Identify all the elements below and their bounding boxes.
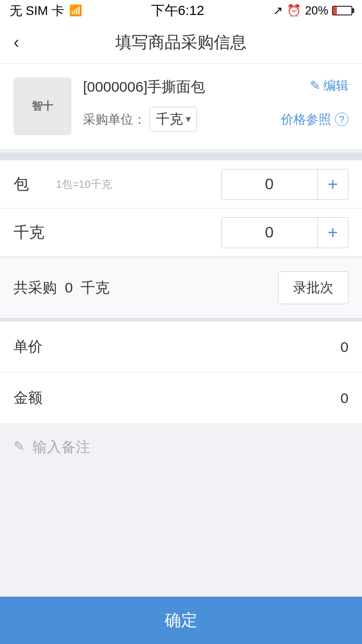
edit-icon: ✎ (310, 78, 320, 93)
confirm-button[interactable]: 确定 (0, 597, 362, 644)
unit-price-label: 单价 (14, 337, 42, 357)
total-row: 共采购 0 千克 录批次 (0, 258, 362, 318)
status-right: ↗ ⏰ 20% (273, 4, 352, 17)
edit-label: 编辑 (323, 77, 348, 94)
kg-quantity-input[interactable] (221, 217, 318, 248)
help-icon: ? (335, 112, 348, 126)
bag-sub-label: 1包=10千克 (56, 177, 112, 192)
product-image: 智十 (14, 77, 71, 135)
total-amount: 0 (65, 280, 73, 295)
product-name: [0000006]手撕面包 (83, 77, 205, 97)
battery-icon (332, 6, 352, 15)
product-header: [0000006]手撕面包 ✎ 编辑 (83, 77, 348, 97)
price-ref-label: 价格参照 (281, 111, 331, 128)
total-label-suffix: 千克 (81, 280, 110, 295)
edit-button[interactable]: ✎ 编辑 (310, 77, 348, 94)
unit-price-row: 单价 0 (0, 322, 362, 373)
kg-input-row: 千克 + (0, 209, 362, 257)
back-button[interactable]: ‹ (14, 32, 19, 53)
record-batch-button[interactable]: 录批次 (278, 271, 348, 304)
unit-value: 千克 (156, 110, 183, 128)
amount-value: 0 (340, 390, 348, 406)
bag-input-row: 包 1包=10千克 + (0, 160, 362, 209)
status-time: 下午6:12 (151, 1, 205, 20)
status-left: 无 SIM 卡 📶 (10, 2, 82, 19)
nav-bar: ‹ 填写商品采购信息 (0, 21, 362, 64)
notes-section[interactable]: ✎ 输入备注 (0, 424, 362, 511)
status-bar: 无 SIM 卡 📶 下午6:12 ↗ ⏰ 20% (0, 0, 362, 21)
battery-fill (333, 7, 337, 14)
section-divider-1 (0, 153, 362, 160)
bag-plus-button[interactable]: + (318, 169, 348, 200)
kg-input-right: + (221, 217, 348, 248)
battery-pct: 20% (305, 4, 328, 17)
product-unit-row: 采购单位： 千克 价格参照 ? (83, 107, 348, 132)
alarm-icon: ⏰ (287, 4, 301, 17)
bag-input-right: + (221, 169, 348, 200)
amount-label: 金额 (14, 388, 42, 408)
location-icon: ↗ (273, 4, 283, 17)
price-ref-button[interactable]: 价格参照 ? (281, 111, 348, 128)
price-section: 单价 0 金额 0 (0, 322, 362, 424)
unit-label: 采购单位： (83, 111, 146, 128)
carrier-text: 无 SIM 卡 (10, 2, 64, 19)
wifi-icon: 📶 (69, 4, 82, 17)
product-section: 智十 [0000006]手撕面包 ✎ 编辑 采购单位： 千克 价格参照 ? (0, 64, 362, 153)
total-section: 共采购 0 千克 录批次 (0, 257, 362, 322)
notes-placeholder: 输入备注 (32, 437, 90, 457)
kg-plus-button[interactable]: + (318, 217, 348, 248)
unit-select[interactable]: 千克 (150, 107, 197, 132)
total-label-prefix: 共采购 (14, 280, 57, 295)
unit-price-value: 0 (340, 339, 348, 355)
bag-quantity-input[interactable] (221, 169, 318, 200)
bag-label: 包 (14, 174, 52, 195)
amount-row: 金额 0 (0, 373, 362, 424)
input-section: 包 1包=10千克 + 千克 + (0, 160, 362, 257)
total-label: 共采购 0 千克 (14, 278, 110, 298)
product-info: [0000006]手撕面包 ✎ 编辑 采购单位： 千克 价格参照 ? (83, 77, 348, 132)
page-title: 填写商品采购信息 (115, 31, 247, 54)
kg-label: 千克 (14, 222, 52, 243)
pencil-icon: ✎ (14, 438, 25, 454)
product-logo-text: 智十 (32, 99, 53, 113)
